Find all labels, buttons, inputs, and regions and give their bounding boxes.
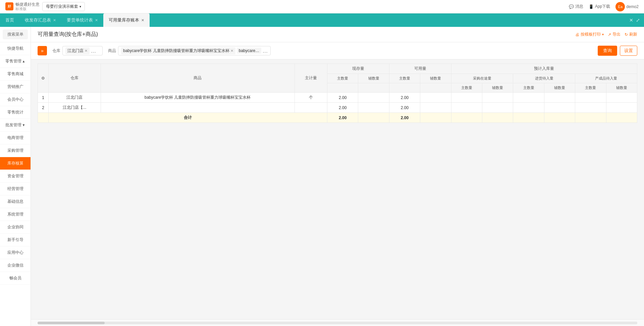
col-product-header: 商品 bbox=[101, 64, 294, 93]
tab-order-stats-close[interactable]: ✕ bbox=[95, 18, 98, 22]
filter-bar: » 仓库 江北门店 ✕ ... 商品 babycare学饮杯 儿童防摔防撞吸管杯… bbox=[31, 42, 644, 59]
sidebar-item-retail-mgmt[interactable]: 零售管理 ▲ bbox=[0, 55, 31, 68]
sidebar-item-finance[interactable]: 资金管理 bbox=[0, 170, 31, 183]
tab-home[interactable]: 首页 bbox=[0, 13, 19, 27]
row-2-pro-main bbox=[575, 103, 606, 113]
row-2-current-sub bbox=[358, 103, 389, 113]
col-current-stock-header: 现存量 bbox=[327, 64, 389, 74]
col-pur-sub: 辅数量 bbox=[482, 83, 513, 93]
product-filter-tag-0: babycare学饮杯 儿童防摔防撞吸管杯重力球吸嘴杯宝宝水杯 ✕ bbox=[121, 47, 235, 54]
col-av-main bbox=[389, 83, 420, 93]
export-button[interactable]: ↗ 导出 bbox=[608, 32, 621, 37]
warehouse-tag-close[interactable]: ✕ bbox=[85, 49, 88, 53]
row-1-inc-main bbox=[513, 93, 544, 103]
row-1-unit: 个 bbox=[294, 93, 327, 103]
tab-bar: 首页 收发存汇总表 ✕ 要货单统计表 ✕ 可用量库存账本 ✕ ✕ ⤢ bbox=[0, 13, 644, 27]
sidebar-item-ecommerce[interactable]: 电商管理 bbox=[0, 132, 31, 144]
tab-available-stock-close[interactable]: ✕ bbox=[141, 18, 144, 22]
refresh-button[interactable]: ↻ 刷新 bbox=[625, 32, 637, 37]
col-available-main-qty: 主数量 bbox=[389, 74, 420, 83]
product-more-btn[interactable]: ... bbox=[263, 47, 268, 54]
row-1-current-main: 2.00 bbox=[327, 93, 358, 103]
logo-area: 好 畅捷通好生意 标准版 bbox=[5, 2, 40, 11]
content-area: 可用量查询(按仓库+商品) 🖨 按模板打印 ▾ ↗ 导出 ↻ 刷新 bbox=[31, 27, 644, 326]
arrow-icon-batch: ▼ bbox=[22, 123, 25, 127]
sidebar-item-retail-mall[interactable]: 零售商城 bbox=[0, 68, 31, 81]
sum-label: 合计 bbox=[49, 113, 327, 123]
search-menu-button[interactable]: 搜索菜单 bbox=[3, 30, 28, 39]
sidebar-item-purchase[interactable]: 采购管理 bbox=[0, 144, 31, 157]
query-button[interactable]: 查询 bbox=[598, 46, 617, 56]
sidebar-item-newbie[interactable]: 新手引导 bbox=[0, 234, 31, 246]
refresh-icon: ↻ bbox=[625, 32, 628, 37]
expand-icon[interactable]: ⤢ bbox=[636, 17, 640, 23]
message-button[interactable]: 💬 消息 bbox=[569, 4, 583, 9]
sum-available-main: 2.00 bbox=[389, 113, 420, 123]
table-container: ⚙ 仓库 商品 主计量 现存量 可用量 预计入库量 主数量 辅数量 主数量 辅数… bbox=[31, 59, 644, 319]
page-actions: 🖨 按模板打印 ▾ ↗ 导出 ↻ 刷新 bbox=[575, 32, 637, 37]
row-2-inc-main bbox=[513, 103, 544, 113]
row-1-pur-sub bbox=[482, 93, 513, 103]
sum-pur-sub bbox=[482, 113, 513, 123]
tab-receipts[interactable]: 收发存汇总表 ✕ bbox=[19, 13, 61, 27]
tab-bar-actions: ✕ ⤢ bbox=[629, 17, 644, 23]
row-2-pro-sub bbox=[606, 103, 637, 113]
sidebar: 搜索菜单 快捷导航 零售管理 ▲ 零售商城 营销推广 会员中心 零售统计 批发管… bbox=[0, 27, 31, 326]
scrollbar-thumb[interactable] bbox=[38, 322, 105, 324]
sidebar-item-vip[interactable]: 畅会员 bbox=[0, 272, 31, 285]
sum-current-main: 2.00 bbox=[327, 113, 358, 123]
tab-receipts-close[interactable]: ✕ bbox=[53, 18, 56, 22]
product-filter-tag-1: babycare… bbox=[237, 48, 261, 54]
page-title: 可用量查询(按仓库+商品) bbox=[38, 31, 98, 38]
industry-selector[interactable]: 母婴行业演示账套 ▾ bbox=[42, 2, 85, 11]
page-header: 可用量查询(按仓库+商品) 🖨 按模板打印 ▾ ↗ 导出 ↻ 刷新 bbox=[31, 27, 644, 42]
avatar: Ea bbox=[615, 2, 625, 11]
product-filter-input[interactable]: babycare学饮杯 儿童防摔防撞吸管杯重力球吸嘴杯宝宝水杯 ✕ babyca… bbox=[118, 46, 271, 55]
scrollbar-track[interactable] bbox=[38, 322, 637, 324]
settings-button[interactable]: 设置 bbox=[620, 46, 637, 56]
warehouse-more-btn[interactable]: ... bbox=[91, 47, 96, 54]
message-icon: 💬 bbox=[569, 4, 574, 9]
col-available-sub-qty: 辅数量 bbox=[420, 74, 451, 83]
sidebar-item-operation[interactable]: 经营管理 bbox=[0, 183, 31, 195]
filter-toggle-button[interactable]: » bbox=[38, 46, 47, 55]
row-2-unit bbox=[294, 103, 327, 113]
sidebar-item-retail-stats[interactable]: 零售统计 bbox=[0, 106, 31, 119]
sidebar-item-member-center[interactable]: 会员中心 bbox=[0, 93, 31, 106]
col-main-unit-header: 主计量 bbox=[294, 64, 327, 93]
app-download-button[interactable]: 📱 App下载 bbox=[589, 4, 610, 9]
sidebar-item-quick-nav[interactable]: 快捷导航 bbox=[0, 42, 31, 55]
tab-available-stock[interactable]: 可用量库存账本 ✕ bbox=[103, 13, 150, 27]
col-planned-header: 预计入库量 bbox=[451, 64, 637, 74]
col-settings[interactable]: ⚙ bbox=[38, 64, 49, 93]
data-table: ⚙ 仓库 商品 主计量 现存量 可用量 预计入库量 主数量 辅数量 主数量 辅数… bbox=[38, 63, 637, 123]
top-bar-right: 💬 消息 📱 App下载 Ea demo2 bbox=[569, 2, 639, 11]
sidebar-item-inventory[interactable]: 库存核算 bbox=[0, 157, 31, 170]
sidebar-item-marketing[interactable]: 营销推广 bbox=[0, 81, 31, 93]
warehouse-filter-input[interactable]: 江北门店 ✕ ... bbox=[62, 46, 103, 55]
row-1-inc-sub bbox=[544, 93, 575, 103]
sidebar-item-system[interactable]: 系统管理 bbox=[0, 208, 31, 221]
product-tag-0-close[interactable]: ✕ bbox=[230, 49, 233, 53]
top-bar: 好 畅捷通好生意 标准版 母婴行业演示账套 ▾ 💬 消息 📱 App下载 Ea … bbox=[0, 0, 644, 13]
sidebar-item-enterprise[interactable]: 企业协同 bbox=[0, 221, 31, 234]
sidebar-item-batch-mgmt[interactable]: 批发管理 ▼ bbox=[0, 119, 31, 132]
sum-pro-sub bbox=[606, 113, 637, 123]
row-2-warehouse: 江北门店【... bbox=[49, 103, 101, 113]
sum-inc-main bbox=[513, 113, 544, 123]
sidebar-item-app-center[interactable]: 应用中心 bbox=[0, 246, 31, 259]
close-tab-icon[interactable]: ✕ bbox=[629, 17, 633, 23]
sum-row: 合计 2.00 2.00 bbox=[38, 113, 637, 123]
print-button[interactable]: 🖨 按模板打印 ▾ bbox=[575, 32, 604, 37]
col-current-main-qty: 主数量 bbox=[327, 74, 358, 83]
sidebar-item-wechat[interactable]: 企业微信 bbox=[0, 259, 31, 272]
sum-pur-main bbox=[451, 113, 482, 123]
col-available-header: 可用量 bbox=[389, 64, 451, 74]
warehouse-filter-group: 仓库 江北门店 ✕ ... bbox=[52, 46, 103, 55]
sidebar-item-basic-info[interactable]: 基础信息 bbox=[0, 195, 31, 208]
row-2-inc-sub bbox=[544, 103, 575, 113]
row-1-num: 1 bbox=[38, 93, 49, 103]
col-cs-main bbox=[327, 83, 358, 93]
user-profile[interactable]: Ea demo2 bbox=[615, 2, 639, 11]
tab-order-stats[interactable]: 要货单统计表 ✕ bbox=[61, 13, 103, 27]
